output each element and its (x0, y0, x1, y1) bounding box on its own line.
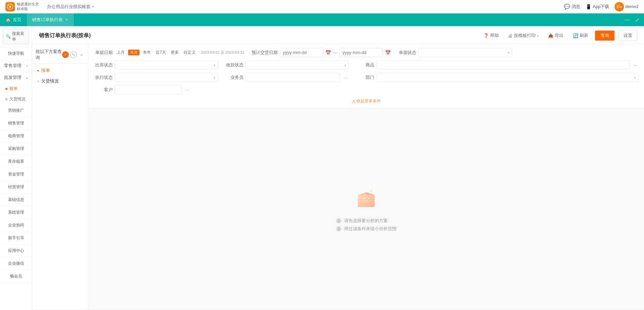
export-icon: 📤 (548, 33, 553, 38)
sidebar-sub-item-欠货情况[interactable]: 欠货情况 (0, 94, 32, 104)
bill-date-filter: 单据日期 上月 本月 本年 近7天 更多 自定义 2023-03-01 至 20… (94, 49, 244, 56)
scheme-add-button[interactable]: + (62, 51, 69, 58)
sidebar-item-sales[interactable]: 销售管理 (0, 117, 32, 130)
print-button[interactable]: 🖨 按模板打印 ▾ (505, 31, 541, 40)
sidebar-item-newbie[interactable]: 新手引导 (0, 232, 32, 245)
expected-date-start-input[interactable] (280, 48, 323, 57)
scheme-edit-button[interactable]: ✎ (70, 51, 77, 58)
collapse-more-container: ⋀ 收起更多条件 (94, 96, 639, 104)
custom-tab[interactable]: 自定义 (181, 49, 198, 56)
svg-point-4 (361, 204, 362, 205)
sidebar-item-system[interactable]: 系统管理 (0, 206, 32, 219)
sidebar-item-member[interactable]: 畅会员 (0, 270, 32, 283)
logo-area: 畅捷通好生意 标准版 (5, 2, 39, 11)
sidebar-item-inventory[interactable]: 库存核算 (0, 155, 32, 168)
collapse-more-button[interactable]: ⋀ 收起更多条件 (352, 98, 381, 104)
execution-status-select[interactable] (115, 73, 218, 82)
app-download-button[interactable]: 📱 App下载 (586, 4, 609, 10)
salesman-input[interactable] (246, 73, 340, 82)
chevron-up-icon: ▴ (26, 76, 28, 80)
tab-home[interactable]: 🏠 首页 (0, 13, 27, 26)
calendar-end-icon[interactable]: 📅 (385, 50, 391, 55)
logo-icon (5, 2, 15, 11)
delivery-status-select[interactable] (115, 60, 218, 69)
customer-filter: 客户 ··· (94, 85, 191, 94)
tab-maximize-button[interactable]: ⤢ (633, 15, 641, 24)
breadcrumb-text: 办公用品行业模拟账套 (47, 4, 91, 10)
collection-status-select[interactable] (246, 60, 349, 69)
expected-date-end-input[interactable] (339, 48, 383, 57)
filter-container: 单据日期 上月 本月 本年 近7天 更多 自定义 2023-03-01 至 20… (89, 44, 644, 108)
top-header: 畅捷通好生意 标准版 办公用品行业模拟账套 ▾ 💬 消息 📱 App下载 Ea … (0, 0, 644, 13)
product-input[interactable] (376, 60, 630, 69)
sidebar-item-enterprise[interactable]: 企业协同 (0, 219, 32, 232)
salesman-filter: 业务员 ··· (225, 73, 349, 82)
sidebar-item-wechat[interactable]: 企业微信 (0, 257, 32, 270)
filter-row-1: 单据日期 上月 本月 本年 近7天 更多 自定义 2023-03-01 至 20… (94, 48, 639, 57)
sidebar-item-purchase[interactable]: 采购管理 (0, 143, 32, 155)
print-icon: 🖨 (508, 33, 513, 38)
scheme-panel: 按以下方案查询 + ✎ « ● 按单 ● 欠货情况 (32, 44, 89, 310)
sidebar-item-app-center[interactable]: 应用中心 (0, 245, 32, 257)
sidebar-item-marketing[interactable]: 营销推广 (0, 104, 32, 117)
sidebar-item-ecommerce[interactable]: 电商管理 (0, 130, 32, 143)
sidebar-item-retail[interactable]: 零售管理 ▾ (0, 60, 32, 72)
print-chevron-icon: ▾ (537, 34, 539, 38)
sidebar-item-basic[interactable]: 基础信息 (0, 194, 32, 206)
sidebar-item-operation[interactable]: 经营管理 (0, 181, 32, 194)
panels-row: 按以下方案查询 + ✎ « ● 按单 ● 欠货情况 (32, 44, 644, 310)
salesman-more-icon[interactable]: ··· (342, 75, 349, 80)
svg-point-7 (368, 198, 369, 199)
collection-status-filter: 收款状态 (225, 60, 349, 69)
search-button[interactable]: 查询 (595, 31, 614, 41)
product-more-icon[interactable]: ··· (632, 62, 639, 68)
sidebar: 🔍 搜索菜单 快捷导航 零售管理 ▾ 批发管理 ▴ 按单 欠货情况 营销推广 销… (0, 26, 32, 310)
customer-more-icon[interactable]: ··· (184, 87, 191, 93)
home-icon: 🏠 (5, 17, 11, 22)
refresh-button[interactable]: 🔄 刷新 (570, 31, 591, 40)
empty-illustration (353, 184, 380, 211)
this-year-tab[interactable]: 本年 (141, 49, 153, 56)
nav-tabs-right: — ⤢ (622, 13, 644, 26)
this-month-badge[interactable]: 本月 (128, 50, 140, 55)
message-button[interactable]: 💬 消息 (564, 4, 580, 10)
tab-minimize-button[interactable]: — (622, 15, 632, 24)
export-button[interactable]: 📤 导出 (545, 31, 566, 40)
tab-sales-order[interactable]: 销售订单执行表 × (27, 13, 74, 26)
sidebar-sub-item-按单[interactable]: 按单 (0, 84, 32, 94)
department-filter: 部门 (356, 73, 639, 82)
scheme-collapse-button[interactable]: « (78, 51, 85, 58)
more-tab[interactable]: 更多 (169, 49, 181, 56)
expected-date-filter: 预计交货日期 📅 — 📅 (251, 48, 391, 57)
delivery-status-filter: 出库状态 (94, 60, 218, 69)
breadcrumb[interactable]: 办公用品行业模拟账套 ▾ (47, 4, 94, 10)
sidebar-search-button[interactable]: 🔍 搜索菜单 (3, 29, 29, 44)
refresh-icon: 🔄 (573, 33, 578, 38)
execution-status-filter: 执行状态 (94, 73, 218, 82)
user-profile-button[interactable]: Ea demo2 (614, 2, 639, 11)
help-button[interactable]: ❓ 帮助 (481, 31, 501, 40)
svg-point-5 (373, 202, 374, 203)
header-right: 💬 消息 📱 App下载 Ea demo2 (564, 2, 639, 11)
breadcrumb-chevron-icon: ▾ (92, 4, 94, 9)
bill-status-select[interactable] (418, 48, 512, 57)
department-select[interactable] (376, 73, 639, 82)
settings-button[interactable]: 设置 (619, 30, 637, 41)
sidebar-item-quick-nav[interactable]: 快捷导航 (0, 47, 32, 60)
scheme-item-按单[interactable]: ● 按单 (32, 65, 88, 76)
empty-tip-1: 1 请先选择要分析的方案 (336, 218, 396, 224)
filter-data-area: 单据日期 上月 本月 本年 近7天 更多 自定义 2023-03-01 至 20… (89, 44, 644, 310)
last-month-tab[interactable]: 上月 (115, 49, 127, 56)
scheme-item-欠货情况[interactable]: ● 欠货情况 (32, 76, 88, 87)
tab-close-icon[interactable]: × (65, 17, 68, 23)
scheme-active-icon: ● (37, 68, 39, 72)
empty-tip-2: 2 用过滤条件来缩小分析范围 (336, 226, 396, 232)
page-title: 销售订单执行表(按单) (39, 32, 91, 39)
calendar-start-icon[interactable]: 📅 (325, 50, 331, 55)
customer-input[interactable] (115, 85, 182, 94)
sidebar-item-wholesale[interactable]: 批发管理 ▴ (0, 72, 32, 84)
download-icon: 📱 (586, 4, 591, 9)
page-header: 销售订单执行表(按单) ❓ 帮助 🖨 按模板打印 ▾ 📤 导出 🔄 刷新 (32, 26, 644, 44)
last7days-tab[interactable]: 近7天 (154, 49, 168, 56)
sidebar-item-finance[interactable]: 资金管理 (0, 168, 32, 181)
